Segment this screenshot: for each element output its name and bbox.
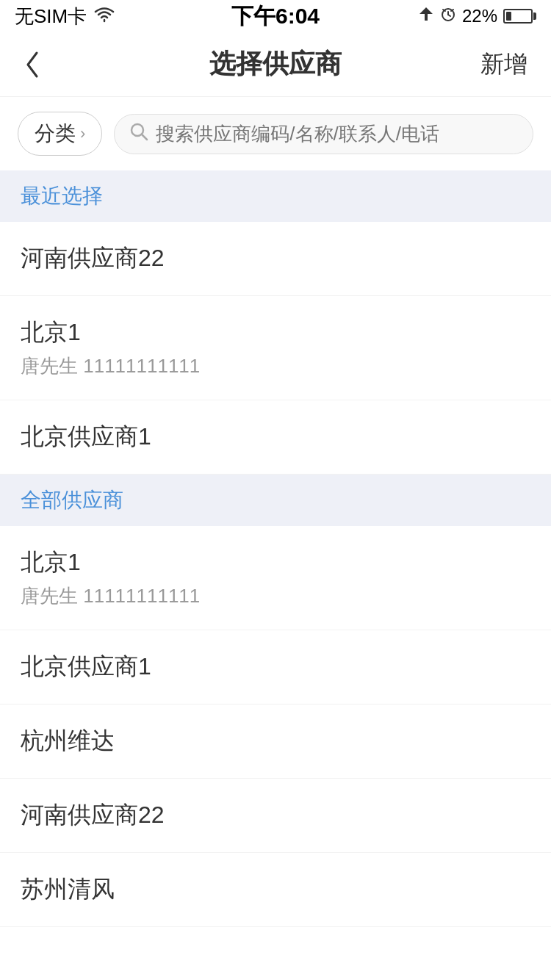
new-action-button[interactable]: 新增 bbox=[480, 48, 527, 81]
list-item[interactable]: 北京供应商1 bbox=[0, 400, 551, 475]
item-name: 北京供应商1 bbox=[21, 651, 530, 683]
item-name: 河南供应商22 bbox=[21, 242, 530, 275]
item-name: 北京供应商1 bbox=[21, 421, 530, 453]
list-item[interactable]: 北京1 唐先生 11111111111 bbox=[0, 526, 551, 630]
status-right: 22% bbox=[418, 6, 536, 26]
item-name: 北京1 bbox=[21, 317, 530, 349]
search-box bbox=[114, 114, 533, 154]
list-item[interactable]: 北京供应商1 bbox=[0, 630, 551, 705]
category-button[interactable]: 分类 › bbox=[18, 112, 102, 156]
carrier-text: 无SIM卡 bbox=[15, 4, 87, 29]
all-section-header: 全部供应商 bbox=[0, 475, 551, 526]
item-name: 杭州维达 bbox=[21, 725, 530, 757]
chevron-right-icon: › bbox=[80, 124, 85, 143]
page-title: 选择供应商 bbox=[209, 46, 342, 82]
filter-bar: 分类 › bbox=[0, 97, 551, 170]
list-item[interactable]: 杭州维达 bbox=[0, 705, 551, 779]
wifi-icon bbox=[94, 5, 115, 28]
battery-icon bbox=[503, 9, 536, 24]
all-items-list: 北京1 唐先生 11111111111 北京供应商1 杭州维达 河南供应商22 … bbox=[0, 526, 551, 927]
recent-items-list: 河南供应商22 北京1 唐先生 11111111111 北京供应商1 bbox=[0, 222, 551, 475]
location-icon bbox=[418, 6, 434, 26]
status-left: 无SIM卡 bbox=[15, 4, 115, 29]
battery-percent: 22% bbox=[462, 6, 497, 26]
search-input[interactable] bbox=[156, 123, 518, 145]
search-icon bbox=[129, 122, 148, 146]
svg-line-2 bbox=[448, 15, 450, 16]
item-name: 河南供应商22 bbox=[21, 799, 530, 832]
back-button[interactable] bbox=[24, 50, 41, 79]
svg-line-4 bbox=[142, 134, 147, 140]
item-sub: 唐先生 11111111111 bbox=[21, 353, 530, 379]
status-time: 下午6:04 bbox=[231, 1, 320, 32]
nav-bar: 选择供应商 新增 bbox=[0, 32, 551, 97]
list-item[interactable]: 河南供应商22 bbox=[0, 779, 551, 853]
recent-section-header: 最近选择 bbox=[0, 170, 551, 222]
item-sub: 唐先生 11111111111 bbox=[21, 583, 530, 609]
list-item[interactable]: 苏州清风 bbox=[0, 853, 551, 927]
alarm-icon bbox=[440, 6, 456, 26]
item-name: 北京1 bbox=[21, 547, 530, 579]
list-item[interactable]: 河南供应商22 bbox=[0, 222, 551, 296]
status-bar: 无SIM卡 下午6:04 bbox=[0, 0, 551, 32]
list-item[interactable]: 北京1 唐先生 11111111111 bbox=[0, 296, 551, 400]
category-label: 分类 bbox=[35, 120, 76, 148]
item-name: 苏州清风 bbox=[21, 873, 530, 906]
